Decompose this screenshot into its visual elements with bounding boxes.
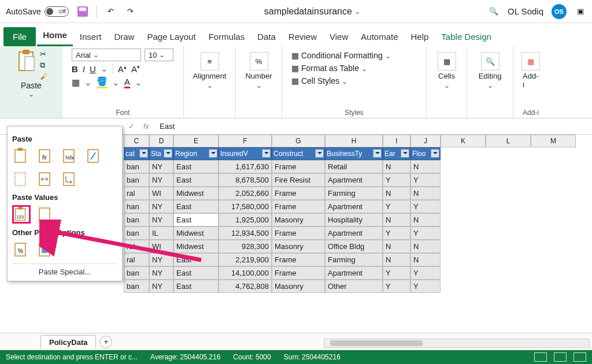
table-cell[interactable]: Office Bldg bbox=[325, 240, 383, 253]
col-header[interactable]: F bbox=[219, 135, 272, 147]
paste-button[interactable]: Paste bbox=[21, 81, 42, 90]
bold-button[interactable]: B bbox=[72, 64, 78, 74]
filter-icon[interactable] bbox=[373, 149, 382, 158]
table-cell[interactable]: Other bbox=[325, 280, 383, 293]
table-cell[interactable]: Frame bbox=[272, 266, 325, 280]
table-header-cell[interactable]: cat bbox=[124, 147, 149, 160]
table-cell[interactable]: N bbox=[383, 240, 410, 253]
tab-formulas[interactable]: Formulas bbox=[203, 27, 251, 46]
table-header-cell[interactable]: BusinessTy bbox=[325, 147, 383, 160]
table-cell[interactable]: Y bbox=[383, 280, 410, 293]
font-name-combo[interactable]: Arial⌄ bbox=[72, 49, 141, 61]
underline-button[interactable]: U bbox=[90, 64, 96, 74]
col-header[interactable]: I bbox=[383, 135, 410, 147]
table-cell[interactable]: ban bbox=[124, 280, 149, 293]
tab-table-design[interactable]: Table Design bbox=[435, 27, 497, 46]
save-icon[interactable] bbox=[77, 6, 88, 17]
table-cell[interactable]: N bbox=[410, 213, 441, 226]
table-cell[interactable]: N bbox=[383, 253, 410, 266]
table-cell[interactable]: NY bbox=[149, 173, 173, 187]
table-header-cell[interactable]: Sta bbox=[149, 147, 173, 160]
table-cell[interactable]: Y bbox=[383, 266, 410, 280]
horizontal-scrollbar[interactable] bbox=[324, 339, 590, 348]
paste-values-icon[interactable]: 123 bbox=[12, 205, 31, 224]
table-cell[interactable]: han bbox=[124, 200, 149, 213]
tab-help[interactable]: Help bbox=[405, 27, 435, 46]
paste-transpose-icon[interactable] bbox=[61, 170, 79, 188]
table-cell[interactable]: 14,100,000 bbox=[219, 266, 272, 280]
borders-icon[interactable]: ▦ bbox=[72, 77, 80, 88]
file-tab[interactable]: File bbox=[3, 27, 36, 46]
table-cell[interactable]: ban bbox=[124, 173, 149, 187]
tab-home[interactable]: Home bbox=[37, 25, 73, 46]
paste-formatting-icon[interactable]: % bbox=[12, 240, 31, 259]
col-header[interactable]: E bbox=[173, 135, 219, 147]
normal-view-icon[interactable] bbox=[534, 352, 547, 362]
table-cell[interactable]: Y bbox=[410, 173, 441, 187]
table-cell[interactable]: 1,925,000 bbox=[219, 213, 272, 226]
table-cell[interactable]: Y bbox=[410, 280, 441, 293]
table-cell[interactable]: NY bbox=[149, 160, 173, 173]
col-header[interactable]: H bbox=[325, 135, 383, 147]
cells-icon[interactable]: ▦ bbox=[438, 52, 456, 70]
table-cell[interactable]: Fire Resist bbox=[272, 173, 325, 187]
filter-icon[interactable] bbox=[315, 149, 324, 158]
col-header[interactable]: D bbox=[149, 135, 173, 147]
formula-input[interactable]: East bbox=[154, 122, 175, 131]
table-cell[interactable]: East bbox=[173, 266, 219, 280]
page-break-icon[interactable] bbox=[574, 352, 586, 362]
italic-button[interactable]: I bbox=[83, 64, 85, 74]
paste-keep-source-icon[interactable] bbox=[85, 147, 103, 165]
table-cell[interactable]: Y bbox=[383, 226, 410, 240]
tab-view[interactable]: View bbox=[324, 27, 354, 46]
filter-icon[interactable] bbox=[431, 149, 439, 158]
chevron-down-icon[interactable]: ⌄ bbox=[207, 81, 213, 90]
redo-icon[interactable]: ↷ bbox=[125, 6, 136, 17]
paste-keep-col-width-icon[interactable] bbox=[36, 170, 55, 188]
table-header-cell[interactable]: Floo bbox=[410, 147, 441, 160]
table-cell[interactable]: NY bbox=[149, 266, 173, 280]
filter-icon[interactable] bbox=[209, 149, 217, 158]
table-cell[interactable]: East bbox=[173, 173, 219, 187]
table-row[interactable]: banNYEast4,762,808MasonryOtherYY bbox=[124, 280, 441, 293]
table-cell[interactable]: Y bbox=[410, 200, 441, 213]
ribbon-mode-icon[interactable]: ▣ bbox=[575, 6, 586, 17]
cell-styles-button[interactable]: ▦ Cell Styles ⌄ bbox=[291, 76, 417, 86]
col-header[interactable]: K bbox=[441, 135, 486, 147]
col-header[interactable]: G bbox=[272, 135, 325, 147]
table-row[interactable]: banNYEast14,100,000FrameApartmentYY bbox=[124, 266, 441, 280]
table-cell[interactable]: 1,617,630 bbox=[219, 160, 272, 173]
autosave-toggle[interactable]: AutoSave Off bbox=[6, 6, 69, 17]
tab-automate[interactable]: Automate bbox=[355, 27, 404, 46]
table-cell[interactable]: NY bbox=[149, 280, 173, 293]
font-size-combo[interactable]: 10⌄ bbox=[145, 49, 173, 61]
table-row[interactable]: hanNYEast17,580,000FrameApartmentYY bbox=[124, 200, 441, 213]
tab-data[interactable]: Data bbox=[251, 27, 282, 46]
fx-icon[interactable]: fx bbox=[139, 122, 154, 131]
table-cell[interactable]: 12,934,500 bbox=[219, 226, 272, 240]
table-cell[interactable]: Farming bbox=[325, 253, 383, 266]
table-cell[interactable]: Masonry bbox=[272, 280, 325, 293]
fill-color-icon[interactable]: 🪣 bbox=[97, 76, 108, 88]
col-header[interactable]: J bbox=[410, 135, 441, 147]
col-header[interactable]: C bbox=[124, 135, 149, 147]
filter-icon[interactable] bbox=[164, 149, 172, 158]
filter-icon[interactable] bbox=[401, 149, 409, 158]
avatar[interactable]: OS bbox=[552, 4, 567, 19]
table-cell[interactable]: 17,580,000 bbox=[219, 200, 272, 213]
increase-font-icon[interactable]: A▴ bbox=[118, 64, 127, 74]
add-sheet-button[interactable]: + bbox=[99, 336, 112, 348]
paste-formulas-icon[interactable]: fx bbox=[36, 147, 55, 165]
tab-page-layout[interactable]: Page Layout bbox=[141, 27, 201, 46]
table-cell[interactable]: N bbox=[410, 187, 441, 200]
table-cell[interactable]: 4,762,808 bbox=[219, 280, 272, 293]
number-format-icon[interactable]: % bbox=[250, 52, 268, 70]
decrease-font-icon[interactable]: A▾ bbox=[131, 64, 140, 74]
table-cell[interactable]: NY bbox=[149, 200, 173, 213]
table-row[interactable]: banNYEast1,617,630FrameRetailNN bbox=[124, 160, 441, 173]
table-cell[interactable]: N bbox=[410, 253, 441, 266]
table-cell[interactable]: Frame bbox=[272, 187, 325, 200]
table-cell[interactable]: Y bbox=[383, 173, 410, 187]
table-cell[interactable]: Y bbox=[410, 226, 441, 240]
page-layout-icon[interactable] bbox=[554, 352, 567, 362]
